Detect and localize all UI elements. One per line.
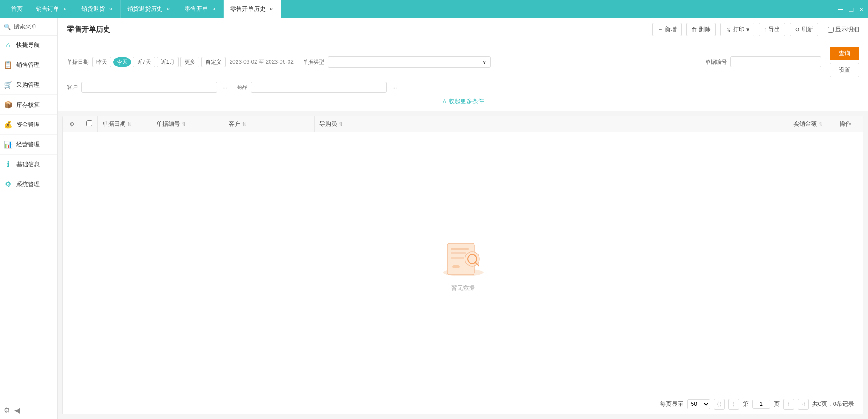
export-button[interactable]: ↑ 导出 [759,23,786,36]
last-page-btn[interactable]: ⟩⟩ [798,399,809,410]
close-tab-retail-history[interactable]: × [268,6,275,12]
customer-dots[interactable]: ··· [223,84,228,91]
sidebar-item-basic-info[interactable]: ℹ 基础信息 [0,155,57,174]
filter-row-2: 客户 ··· 商品 ··· [67,82,859,93]
th-amount[interactable]: 实销金额 ⇅ [773,116,827,132]
tab-return[interactable]: 销货退货 × [75,0,121,18]
customer-input[interactable] [81,82,217,93]
pagination: 每页显示 50 100 200 ⟨⟨ ⟨ 第 页 ⟩ ⟩⟩ 共0页，0条记录 [63,394,863,414]
goods-dots[interactable]: ··· [392,84,397,91]
display-col-checkbox[interactable] [828,27,834,33]
filter-row-1: 单据日期 昨天 今天 近7天 近1月 更多 自定义 2023-06-02 至 2… [67,47,859,77]
goods-input[interactable] [251,82,387,93]
set-button[interactable]: 设置 [830,63,859,77]
maximize-btn[interactable]: □ [849,5,853,13]
settings-icon[interactable]: ⚙ [4,406,10,414]
date-btn-1month[interactable]: 近1月 [157,57,179,67]
next-page-btn[interactable]: ⟩ [783,399,794,410]
header-actions: ＋ 新增 🗑 删除 🖨 打印 ▾ ↑ 导出 ↻ 刷新 [652,23,859,36]
svg-point-8 [452,265,460,268]
close-tab-retail-open[interactable]: × [211,6,217,12]
date-btn-7days[interactable]: 近7天 [133,57,155,67]
display-col-toggle[interactable]: 显示明细 [828,25,859,33]
num-sort-icon: ⇅ [182,122,185,127]
tab-return-history[interactable]: 销货退货历史 × [121,0,178,18]
date-range-text: 2023-06-02 至 2023-06-02 [229,58,293,66]
th-num[interactable]: 单据编号 ⇅ [152,116,224,132]
sidebar-search[interactable]: 🔍 搜索采单 [0,18,57,36]
finance-icon: 💰 [4,120,13,129]
sidebar-item-management[interactable]: 📊 经营管理 [0,135,57,155]
refresh-button[interactable]: ↻ 刷新 [790,23,818,36]
date-btn-yesterday[interactable]: 昨天 [92,57,111,67]
collapse-sidebar-icon[interactable]: ◀ [14,406,20,414]
export-icon: ↑ [764,26,767,33]
table-settings-icon[interactable]: ⚙ [63,117,81,131]
window-controls: ─ □ × [838,5,863,13]
th-guide[interactable]: 导购员 ⇅ [314,116,369,132]
collapse-filter-btn[interactable]: ∧ 收起更多条件 [67,97,859,105]
search-icon: 🔍 [4,24,11,30]
table-body: 暂无数据 [63,132,863,394]
per-page-select[interactable]: 50 100 200 [687,399,710,409]
delete-button[interactable]: 🗑 删除 [686,23,716,36]
select-all-checkbox[interactable] [86,120,92,126]
close-tab-sales-order[interactable]: × [62,6,68,12]
type-select[interactable]: ∨ [328,56,491,68]
print-button[interactable]: 🖨 打印 ▾ [720,23,754,36]
th-date[interactable]: 单据日期 ⇅ [97,116,152,132]
sidebar-item-sales[interactable]: 📋 销售管理 [0,55,57,75]
th-customer[interactable]: 客户 ⇅ [224,116,314,132]
tab-sales-order[interactable]: 销售订单 × [29,0,75,18]
sidebar-item-inventory[interactable]: 📦 库存核算 [0,95,57,115]
top-navigation: 首页 销售订单 × 销货退货 × 销货退货历史 × 零售开单 × 零售开单历史 … [0,0,868,18]
empty-illustration [436,234,490,279]
table-select-all[interactable] [81,117,97,131]
purchase-icon: 🛒 [4,80,13,89]
query-button[interactable]: 查询 [830,47,859,60]
filter-customer: 客户 ··· [67,82,228,93]
page-input[interactable] [752,400,770,409]
print-icon: 🖨 [725,26,731,33]
svg-rect-2 [451,248,469,250]
filter-goods: 商品 ··· [237,82,397,93]
page-label: 第 [743,400,749,408]
date-btn-more[interactable]: 更多 [180,57,199,67]
sidebar: 🔍 搜索采单 ⌂ 快捷导航 📋 销售管理 🛒 采购管理 📦 库存核算 💰 资金管… [0,18,58,419]
num-input[interactable] [730,56,821,67]
management-icon: 📊 [4,140,13,149]
query-set-group: 查询 设置 [830,47,859,77]
tab-retail-open[interactable]: 零售开单 × [178,0,224,18]
date-shortcuts: 昨天 今天 近7天 近1月 更多 自定义 [92,57,226,67]
filter-type: 单据类型 ∨ [303,56,696,68]
guide-sort-icon: ⇅ [339,122,342,127]
filter-date: 单据日期 昨天 今天 近7天 近1月 更多 自定义 2023-06-02 至 2… [67,57,294,67]
type-select-arrow: ∨ [482,59,487,66]
filter-area: 单据日期 昨天 今天 近7天 近1月 更多 自定义 2023-06-02 至 2… [58,41,868,111]
tab-retail-history[interactable]: 零售开单历史 × [224,0,281,18]
per-page-label: 每页显示 [660,400,683,408]
sidebar-item-purchase[interactable]: 🛒 采购管理 [0,75,57,95]
sidebar-item-system[interactable]: ⚙ 系统管理 [0,174,57,194]
close-tab-return[interactable]: × [108,6,114,12]
page-title: 零售开单历史 [67,25,110,34]
tab-home[interactable]: 首页 [5,0,29,18]
system-icon: ⚙ [4,180,13,188]
date-btn-today[interactable]: 今天 [113,57,131,67]
add-button[interactable]: ＋ 新增 [652,23,682,36]
prev-page-btn[interactable]: ⟨ [728,399,739,410]
first-page-btn[interactable]: ⟨⟨ [714,399,725,410]
info-icon: ℹ [4,160,13,169]
sidebar-item-finance[interactable]: 💰 资金管理 [0,115,57,135]
page-header: 零售开单历史 ＋ 新增 🗑 删除 🖨 打印 ▾ ↑ 导出 [58,18,868,41]
sidebar-item-quick-nav[interactable]: ⌂ 快捷导航 [0,36,57,55]
sidebar-bottom: ⚙ ◀ [0,401,57,419]
inventory-icon: 📦 [4,100,13,109]
window-close-btn[interactable]: × [859,5,863,13]
minimize-btn[interactable]: ─ [838,5,843,13]
close-tab-return-history[interactable]: × [165,6,171,12]
date-btn-custom[interactable]: 自定义 [201,57,226,67]
svg-rect-4 [451,257,464,259]
separator [823,25,823,34]
empty-text: 暂无数据 [451,284,475,292]
